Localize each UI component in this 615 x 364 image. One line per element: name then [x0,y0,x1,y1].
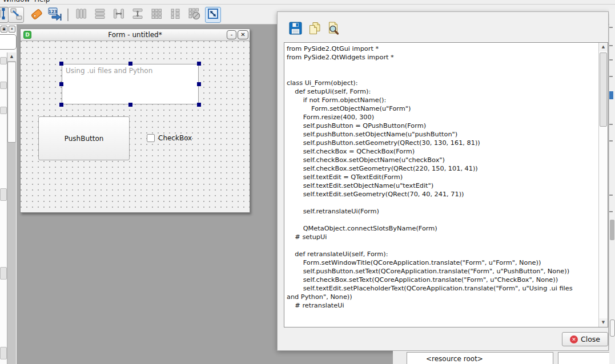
widget-box-panel: ▣ ✕ ▲ [0,25,17,364]
sliver-mark [609,211,613,212]
menu-help[interactable]: Help [34,0,50,3]
scroll-up-icon[interactable]: ▲ [599,43,608,51]
layout-vertical-icon [93,7,107,23]
form-close-button[interactable]: ✕ [238,30,248,39]
resource-tree[interactable]: <resource root> [407,352,553,364]
save-icon [288,27,303,38]
code-view[interactable]: from PySide2.QtGui import * from PySide2… [284,42,608,327]
adjust-size-button[interactable] [205,7,221,23]
edit-buddies-button[interactable] [29,7,45,23]
widget-box-item[interactable] [0,267,7,280]
generated-python-code[interactable]: from PySide2.QtGui import * from PySide2… [287,45,598,310]
resource-list[interactable] [558,352,615,364]
edit-widgets-button[interactable] [0,7,9,23]
close-button-label: Close [581,335,600,343]
close-button[interactable]: ✕ Close [562,332,608,346]
edit-tab-order-icon: 123 [47,6,62,23]
widget-box-item[interactable] [0,347,7,359]
widget-box-scroll-thumb[interactable] [7,62,16,143]
selection-handle[interactable] [59,103,63,107]
checkbox-label: CheckBox [158,134,192,142]
menu-window[interactable]: Window [3,0,30,3]
widget-filter-input[interactable] [0,34,17,50]
close-icon: ✕ [570,335,578,343]
layout-form-button[interactable] [167,7,183,23]
dock-float-button[interactable]: ▣ [1,26,7,33]
resource-browser-dock: <resource root> [393,351,615,364]
edit-widgets-icon [0,7,7,23]
layout-vertical-splitter-icon [131,7,144,23]
break-layout-button[interactable] [186,7,202,23]
break-layout-icon [187,7,201,23]
sliver-mark [609,195,613,196]
selection-handle[interactable] [128,103,132,107]
widget-box-item[interactable] [0,188,7,201]
widget-box-item[interactable] [0,82,7,89]
widget-box-scrollbar[interactable]: ▲ [7,52,16,364]
sliver-selected-row [609,91,613,99]
pushbutton-widget[interactable]: PushButton [38,116,130,160]
code-scrollbar[interactable]: ▲ ▼ [598,43,608,327]
code-scroll-thumb[interactable] [600,52,607,127]
selection-handle[interactable] [59,62,63,66]
layout-horizontal-splitter-button[interactable] [111,7,127,23]
dock-close-icon: ✕ [10,27,14,31]
sliver-button[interactable] [610,319,615,337]
property-panel-sliver [609,9,615,364]
form-window-titlebar[interactable]: D Form - untitled* - ✕ [21,29,250,41]
layout-form-icon [168,7,182,23]
copy-icon [307,27,322,38]
selection-handle[interactable] [197,62,201,66]
layout-grid-icon [150,7,163,23]
dock-close-button[interactable]: ✕ [9,26,15,33]
form-window-title: Form - untitled* [21,31,250,39]
selection-handle[interactable] [128,62,132,66]
sliver-mark [609,59,613,60]
toolbar-separator [67,9,69,21]
edit-buddies-icon [29,6,44,23]
scroll-up-icon[interactable]: ▲ [7,52,16,61]
sliver-mark [609,140,613,141]
widget-box-item[interactable] [0,107,7,114]
form-canvas[interactable]: Using .ui files and Python PushButton Ch… [21,41,250,212]
adjust-size-icon [206,7,220,23]
layout-horizontal-button[interactable] [73,7,89,23]
sliver-mark [609,124,613,125]
dock-float-icon: ▣ [2,27,6,31]
textedit-placeholder: Using .ui files and Python [62,64,198,77]
layout-grid-button[interactable] [148,7,164,23]
form-minimize-button[interactable]: - [227,30,236,39]
find-button[interactable] [325,21,340,35]
copy-button[interactable] [307,21,322,35]
layout-horizontal-icon [74,7,88,23]
resource-root-item[interactable]: <resource root> [407,353,553,363]
svg-text:123: 123 [49,9,58,14]
layout-horizontal-splitter-icon [112,7,126,23]
selection-handle[interactable] [197,103,201,107]
checkbox-widget[interactable]: CheckBox [147,134,192,142]
view-code-dialog: from PySide2.QtGui import * from PySide2… [277,11,609,351]
menu-bar: Window Help [0,0,615,5]
qt-designer-window: Window Help [0,0,615,364]
edit-tab-order-button[interactable]: 123 [47,7,63,23]
selection-handle[interactable] [59,82,63,86]
widget-box-item[interactable] [0,57,7,64]
checkbox-box[interactable] [147,134,155,142]
selection-handle[interactable] [197,82,201,86]
find-icon [325,27,340,38]
save-button[interactable] [288,21,303,35]
sliver-scroll-thumb[interactable] [610,220,614,240]
edit-signals-slots-icon [9,7,23,23]
sliver-mark [609,76,613,77]
edit-signals-slots-button[interactable] [8,7,24,23]
layout-vertical-splitter-button[interactable] [130,7,146,23]
layout-vertical-button[interactable] [92,7,108,23]
sliver-mark [609,45,613,46]
sliver-mark [609,27,613,28]
scroll-down-icon[interactable]: ▼ [599,318,608,327]
textedit-widget[interactable]: Using .ui files and Python [62,64,199,104]
form-editor-window: D Form - untitled* - ✕ Using .ui files a… [20,29,250,213]
